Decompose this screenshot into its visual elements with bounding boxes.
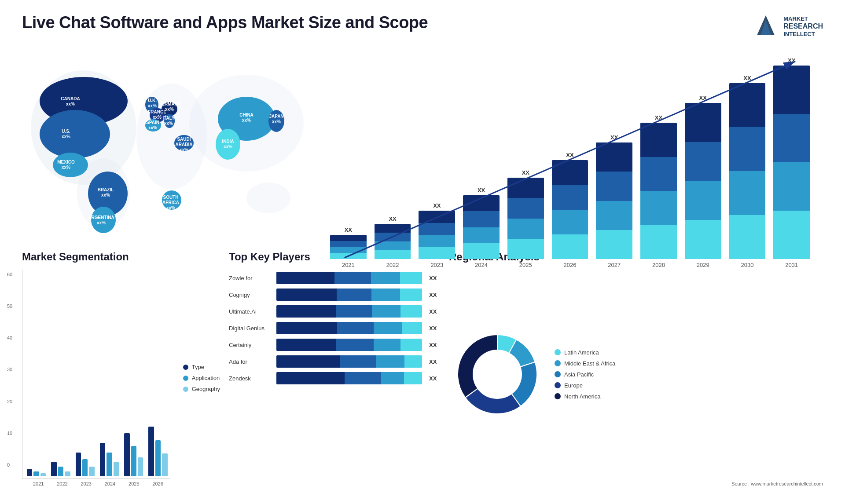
donut-svg	[449, 326, 546, 423]
player-value: XX	[429, 342, 440, 348]
player-bar-container	[276, 322, 422, 334]
seg-y-label: 60	[7, 272, 12, 277]
bar-value: XX	[610, 134, 618, 141]
seg-bar-col	[100, 443, 105, 476]
regional-legend-label: North America	[564, 393, 600, 400]
bar-group: XX2027	[596, 134, 632, 268]
player-row: Ultimate.AiXX	[229, 305, 440, 318]
page-title: Live Chat Software and Apps Market Size …	[22, 13, 428, 32]
svg-text:U.K.: U.K.	[148, 98, 157, 103]
bar-group: XX2021	[330, 226, 367, 268]
player-bar-segment	[276, 322, 337, 334]
seg-x-label: 2023	[74, 481, 98, 486]
bar-segment	[507, 219, 544, 239]
regional-dot	[555, 393, 561, 399]
bar-group: XX2028	[640, 114, 677, 268]
svg-text:BRAZIL: BRAZIL	[98, 187, 114, 192]
regional-legend-label: Middle East & Africa	[564, 360, 615, 367]
svg-text:SOUTH: SOUTH	[163, 195, 179, 200]
players-list: Zowie forXXCognigyXXUltimate.AiXXDigital…	[229, 270, 440, 486]
player-bar-segment	[276, 289, 337, 301]
player-row: Ada forXX	[229, 355, 440, 368]
svg-text:ARGENTINA: ARGENTINA	[88, 215, 114, 220]
bar-stacked	[685, 103, 721, 259]
bar-segment	[552, 160, 588, 185]
bar-stacked	[596, 142, 632, 259]
seg-bar-col	[82, 459, 88, 476]
bar-year-label: 2022	[386, 262, 399, 268]
svg-text:xx%: xx%	[242, 118, 251, 123]
player-value: XX	[429, 358, 440, 365]
player-row: ZendeskXX	[229, 372, 440, 384]
regional-dot	[555, 371, 561, 377]
legend-item: Geography	[183, 386, 220, 392]
bar-year-label: 2021	[342, 262, 355, 268]
bar-stacked	[330, 235, 367, 259]
bar-year-label: 2027	[608, 262, 621, 268]
player-bar-segment	[336, 339, 374, 351]
player-value: XX	[429, 325, 440, 332]
bar-segment	[685, 181, 721, 220]
seg-x-label: 2022	[50, 481, 74, 486]
player-name: Digital Genius	[229, 325, 273, 332]
seg-bar-group	[27, 469, 46, 476]
logo-area: MARKET RESEARCH INTELLECT	[753, 13, 823, 40]
player-bar-container	[276, 289, 422, 301]
bar-segment	[773, 162, 810, 211]
bar-group: XX2022	[375, 215, 411, 268]
svg-text:MEXICO: MEXICO	[57, 160, 75, 164]
bar-stacked	[729, 83, 766, 259]
bar-year-label: 2031	[785, 262, 798, 268]
bar-segment	[685, 142, 721, 181]
player-row: Digital GeniusXX	[229, 322, 440, 334]
legend-item: Application	[183, 375, 220, 381]
bar-value: XX	[345, 226, 352, 233]
regional-content: Latin America Middle East & Africa Asia …	[449, 270, 823, 479]
seg-bar-group	[124, 433, 143, 476]
bar-stacked	[640, 123, 677, 259]
player-bar-segment	[376, 355, 404, 368]
legend-dot	[183, 365, 188, 370]
bar-segment	[729, 83, 766, 127]
seg-bar-col	[148, 427, 154, 476]
bar-segment	[640, 225, 677, 259]
bar-segment	[729, 171, 766, 215]
regional-dot	[555, 382, 561, 388]
svg-text:xx%: xx%	[165, 107, 174, 112]
bar-segment	[330, 241, 367, 247]
regional-legend-item: Middle East & Africa	[555, 360, 615, 367]
svg-text:xx%: xx%	[164, 121, 173, 126]
svg-text:xx%: xx%	[101, 193, 110, 197]
bar-segment	[463, 243, 500, 259]
regional-dot	[555, 349, 561, 355]
player-bar-segment	[404, 372, 422, 384]
bar-segment	[375, 233, 411, 241]
bar-value: XX	[478, 187, 485, 194]
legend-dot	[183, 387, 188, 392]
regional-legend-label: Latin America	[564, 349, 599, 356]
bar-segment	[419, 247, 455, 259]
seg-y-label: 40	[7, 335, 12, 340]
seg-bar-col	[33, 471, 39, 476]
bar-value: XX	[743, 75, 751, 81]
logo-line1: MARKET	[783, 15, 823, 22]
bar-segment	[729, 127, 766, 171]
player-name: Zendesk	[229, 375, 273, 382]
seg-x-label: 2026	[146, 481, 169, 486]
page-container: Live Chat Software and Apps Market Size …	[0, 0, 845, 504]
seg-y-label: 50	[7, 303, 12, 309]
seg-bar-col	[58, 467, 63, 476]
bar-segment	[729, 215, 766, 259]
bar-stacked	[507, 178, 544, 259]
svg-text:ARABIA: ARABIA	[176, 142, 193, 147]
player-bar-segment	[345, 372, 381, 384]
svg-text:xx%: xx%	[97, 220, 106, 225]
bar-segment	[330, 235, 367, 241]
bar-group: XX2026	[552, 152, 588, 268]
bar-year-label: 2023	[430, 262, 443, 268]
legend-label: Geography	[192, 386, 220, 392]
regional-legend-item: Europe	[555, 382, 615, 389]
seg-bar-group	[51, 462, 70, 476]
bar-stacked	[463, 195, 500, 259]
regional-dot	[555, 360, 561, 366]
